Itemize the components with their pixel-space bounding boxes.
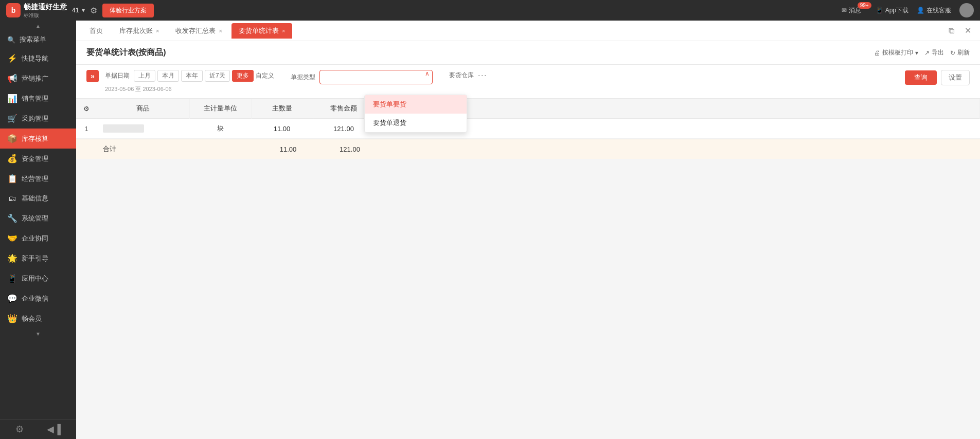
date-filter-row: 单据日期 上月 本月 本年 近7天 更多 自定义 (105, 70, 274, 82)
sidebar-item-member[interactable]: 👑 畅会员 (0, 308, 76, 328)
footer-quantity: 11.00 (257, 145, 319, 153)
unit-cell: 块 (189, 119, 251, 139)
sidebar-item-guide[interactable]: 🌟 新手引导 (0, 248, 76, 268)
dropdown-item-return[interactable]: 要货单退货 (365, 114, 467, 132)
query-button[interactable]: 查询 (905, 70, 937, 85)
dropdown-item-order[interactable]: 要货单要货 (365, 95, 467, 114)
tab-restore-icon[interactable]: ⧉ (945, 25, 957, 37)
type-filter-group: 单据类型 ∧ (291, 70, 433, 84)
tab-receive-summary[interactable]: 收发存汇总表 × (168, 23, 229, 39)
sidebar-collapse-icon[interactable]: ◀▐ (47, 424, 61, 435)
unit-col-header: 主计量单位 (189, 99, 251, 119)
inventory-batch-label: 库存批次账 (119, 26, 153, 35)
tab-order-stats[interactable]: 要货单统计表 × (231, 23, 292, 39)
sidebar-item-quick-nav[interactable]: ⚡ 快捷导航 (0, 48, 76, 68)
message-button[interactable]: ✉ 消息 99+ (842, 6, 867, 15)
product-placeholder (103, 124, 144, 133)
version-label: 标准版 (24, 12, 67, 19)
sidebar-item-label: 快捷导航 (22, 54, 69, 63)
warehouse-filter-group: 要货仓库 ··· (449, 70, 487, 81)
type-select-input[interactable] (319, 70, 433, 84)
tab-close-icon[interactable]: × (156, 28, 159, 34)
sidebar-item-label: 应用中心 (22, 274, 69, 283)
header-right: ✉ 消息 99+ 📱 App下载 👤 在线客服 (842, 3, 974, 17)
sidebar-item-finance[interactable]: 💰 资金管理 (0, 149, 76, 169)
warehouse-dots-icon[interactable]: ··· (478, 70, 487, 81)
sidebar-item-label: 销售管理 (22, 94, 69, 103)
quick-nav-icon: ⚡ (7, 53, 17, 63)
store-selector[interactable]: 41 ▾ (72, 7, 85, 14)
date-custom-btn[interactable]: 自定义 (256, 71, 274, 80)
basic-icon: 🗂 (7, 194, 17, 203)
sidebar-item-basic[interactable]: 🗂 基础信息 (0, 189, 76, 208)
company-name: 畅捷通好生意 (24, 2, 67, 11)
date-btn-this-month[interactable]: 本月 (157, 70, 179, 82)
app-download-button[interactable]: 📱 App下载 (876, 6, 908, 15)
sidebar-item-label: 库存核算 (22, 134, 69, 143)
sidebar-item-inventory[interactable]: 📦 库存核算 (0, 129, 76, 149)
sidebar-item-operations[interactable]: 📋 经营管理 (0, 169, 76, 189)
export-icon: ↗ (924, 49, 930, 57)
header-left: b 畅捷通好生意 标准版 41 ▾ ⚙ 体验行业方案 (6, 2, 154, 18)
footer-amount: 121.00 (319, 145, 381, 153)
phone-icon: 📱 (876, 7, 883, 14)
sidebar-item-label: 资金管理 (22, 154, 69, 163)
print-template-label: 按模板打印 (882, 48, 913, 57)
tab-close-icon[interactable]: × (282, 28, 285, 34)
export-button[interactable]: ↗ 导出 (924, 48, 944, 57)
guide-icon: 🌟 (7, 253, 17, 263)
sidebar-item-system[interactable]: 🔧 系统管理 (0, 208, 76, 228)
sidebar-scroll-up[interactable]: ▲ (0, 21, 76, 31)
refresh-button[interactable]: ↻ 刷新 (950, 48, 970, 57)
header-gear-icon[interactable]: ⚙ (90, 6, 97, 15)
sidebar-scroll-down[interactable]: ▼ (0, 328, 76, 339)
chevron-down-icon: ▾ (82, 7, 85, 14)
date-btn-7days[interactable]: 近7天 (205, 70, 230, 82)
tab-inventory-batch[interactable]: 库存批次账 × (112, 23, 166, 39)
date-range-text: 2023-05-06 至 2023-06-06 (105, 86, 172, 92)
online-service-button[interactable]: 👤 在线客服 (917, 6, 951, 15)
type-label: 单据类型 (291, 73, 315, 82)
tab-close-all-icon[interactable]: ✕ (961, 25, 974, 37)
service-icon: 👤 (917, 7, 924, 14)
tab-actions: ⧉ ✕ (945, 25, 974, 37)
main-layout: ▲ 🔍 搜索菜单 ⚡ 快捷导航 📢 营销推广 📊 销售管理 🛒 采购管理 📦 库… (0, 21, 980, 439)
sidebar-item-purchase[interactable]: 🛒 采购管理 (0, 108, 76, 129)
print-template-button[interactable]: 🖨 按模板打印 ▾ (874, 48, 918, 57)
sidebar-item-wechat[interactable]: 💬 企业微信 (0, 288, 76, 308)
user-avatar[interactable] (959, 3, 974, 17)
settings-col-header[interactable]: ⚙ (76, 99, 97, 119)
date-btn-this-year[interactable]: 本年 (181, 70, 203, 82)
industry-button[interactable]: 体验行业方案 (102, 4, 154, 17)
filter-settings-button[interactable]: 设置 (941, 70, 970, 85)
date-btn-more[interactable]: 更多 (232, 70, 254, 82)
filter-action-group: 查询 设置 (905, 70, 970, 85)
operations-icon: 📋 (7, 174, 17, 184)
sidebar-item-sales[interactable]: 📊 销售管理 (0, 88, 76, 108)
logo-area: b 畅捷通好生意 标准版 (6, 2, 67, 18)
tab-close-icon[interactable]: × (219, 28, 222, 34)
tab-home[interactable]: 首页 (82, 23, 110, 39)
sidebar-settings-icon[interactable]: ⚙ (15, 424, 24, 435)
filter-expand-button[interactable]: » (86, 70, 99, 82)
store-number: 41 (72, 7, 79, 14)
sidebar-search[interactable]: 🔍 搜索菜单 (0, 31, 76, 48)
refresh-label: 刷新 (957, 48, 970, 57)
sales-icon: 📊 (7, 94, 17, 103)
date-btn-last-month[interactable]: 上月 (134, 70, 155, 82)
inventory-icon: 📦 (7, 134, 17, 143)
sidebar-item-appstore[interactable]: 📱 应用中心 (0, 268, 76, 288)
sidebar-item-enterprise[interactable]: 🤝 企业协同 (0, 228, 76, 248)
online-service-label: 在线客服 (926, 6, 951, 15)
page-header: 要货单统计表(按商品) 🖨 按模板打印 ▾ ↗ 导出 ↻ 刷新 (76, 41, 980, 65)
date-label: 单据日期 (105, 71, 130, 80)
table-footer: 合计 11.00 121.00 (76, 139, 980, 159)
footer-label: 合计 (103, 144, 195, 154)
tab-bar: 首页 库存批次账 × 收发存汇总表 × 要货单统计表 × ⧉ ✕ (76, 21, 980, 41)
sidebar-item-marketing[interactable]: 📢 营销推广 (0, 68, 76, 88)
purchase-icon: 🛒 (7, 114, 17, 123)
marketing-icon: 📢 (7, 74, 17, 83)
logo-icon: b (6, 3, 21, 17)
sidebar-item-label: 企业协同 (22, 234, 69, 243)
sidebar-item-label: 系统管理 (22, 214, 69, 223)
